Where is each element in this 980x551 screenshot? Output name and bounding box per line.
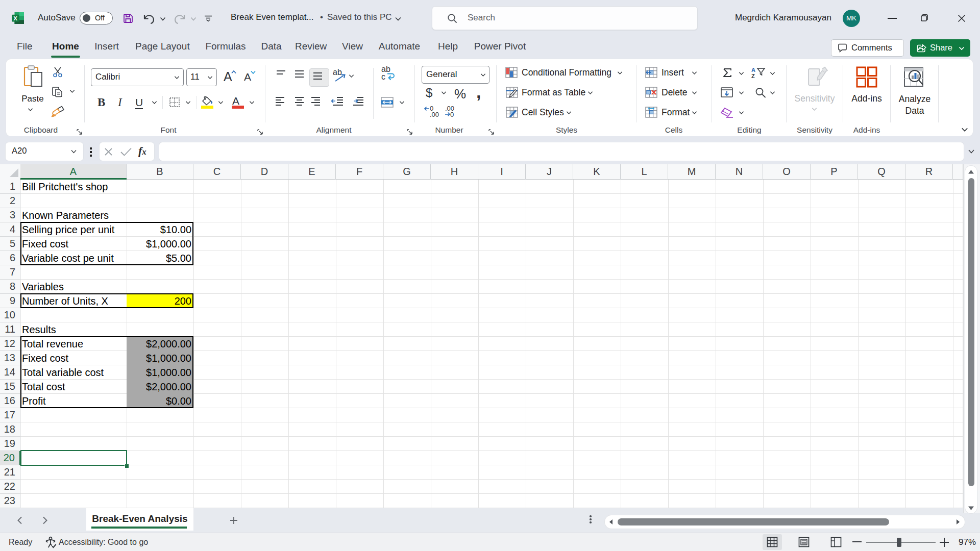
svg-text:Z: Z: [751, 73, 755, 79]
svg-text:X: X: [13, 15, 17, 21]
svg-text:A: A: [751, 67, 755, 73]
